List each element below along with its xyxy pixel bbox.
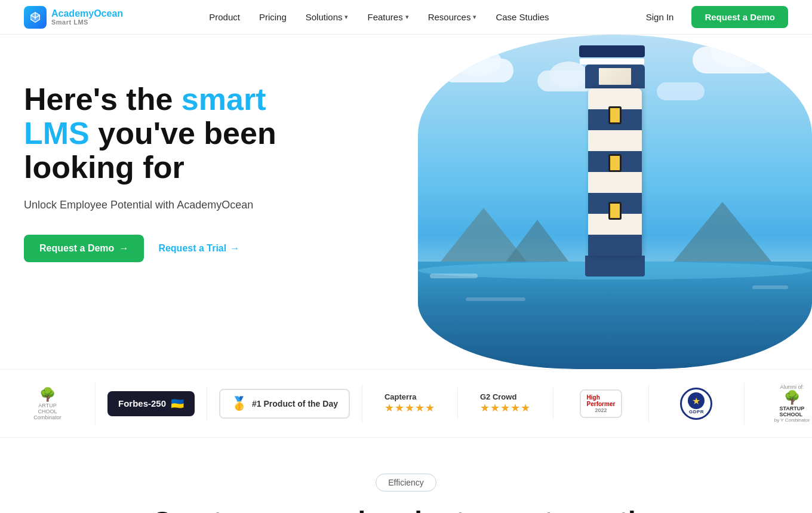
nav-pricing[interactable]: Pricing (251, 7, 295, 27)
g2crowd-label: G2 Crowd (480, 392, 516, 401)
startup-school-name: STARTUPSCHOOL (780, 406, 805, 417)
medal-icon: 🥇 (231, 396, 247, 411)
request-trial-link[interactable]: Request a Trial → (158, 243, 239, 254)
nav-product[interactable]: Product (201, 7, 248, 27)
hero-cta-group: Request a Demo → Request a Trial → (24, 235, 310, 262)
g2crowd-rating: G2 Crowd ★★★★★ (480, 392, 531, 414)
tree-icon: 🌳 (39, 387, 56, 403)
lighthouse-base (585, 256, 645, 277)
logo-text: AcademyOcean Smart LMS (51, 8, 123, 26)
forbes-label-left: Forbes-250 (118, 398, 166, 408)
navbar: AcademyOcean Smart LMS Product Pricing S… (0, 0, 812, 35)
lighthouse-window-2 (608, 154, 622, 172)
nav-case-studies[interactable]: Case Studies (487, 7, 557, 27)
cloud-3-puff (710, 35, 764, 67)
lighthouse-body (588, 88, 642, 256)
startup-school-by: by Y Combinator (774, 417, 810, 423)
lighthouse-window-1 (608, 106, 622, 124)
badge-gdpr: ★ GDPR (649, 383, 745, 425)
chevron-down-icon: ▾ (345, 13, 348, 21)
nav-features[interactable]: Features ▾ (359, 7, 417, 27)
eu-stars-icon: ★ (692, 395, 700, 407)
gdpr-label: GDPR (689, 409, 704, 414)
lighthouse (588, 45, 642, 277)
product-of-day-badge: 🥇 #1 Product of the Day (219, 389, 350, 419)
logo-svg (29, 11, 42, 24)
badge-startup-school-left: 🌳 ARTUPCHOOLCombinator (0, 382, 96, 425)
efficiency-title: Create courses in minutes, not months (24, 506, 788, 513)
request-demo-nav-button[interactable]: Request a Demo (691, 6, 788, 28)
badge-product-of-day: 🥇 #1 Product of the Day (207, 384, 362, 423)
hero-section: Here's the smart LMS you've been looking… (0, 35, 812, 369)
lighthouse-light-room (585, 64, 645, 88)
lighthouse-cap (579, 45, 645, 57)
lighthouse-light (597, 66, 633, 87)
badges-strip: 🌳 ARTUPCHOOLCombinator Forbes-250 🇺🇦 🥇 #… (0, 369, 812, 438)
startup-school-label-left: ARTUPCHOOLCombinator (33, 403, 61, 420)
tree-icon-right: 🌳 (784, 390, 800, 406)
lighthouse-window-3 (608, 202, 622, 220)
sign-in-button[interactable]: Sign In (635, 7, 685, 27)
request-demo-hero-button[interactable]: Request a Demo → (24, 235, 144, 262)
high-performer-year: 2022 (595, 407, 607, 413)
badge-startup-school-right: Alumni of: 🌳 STARTUPSCHOOL by Y Combinat… (745, 379, 812, 428)
hero-subtext: Unlock Employee Potential with AcademyOc… (24, 197, 310, 213)
efficiency-section: Efficiency Create courses in minutes, no… (0, 438, 812, 513)
hero-illustration (310, 70, 788, 369)
high-performer-label: HighPerformer (587, 394, 616, 407)
logo-name: AcademyOcean (51, 8, 123, 19)
lighthouse-scene (418, 35, 812, 369)
logo-tagline: Smart LMS (51, 19, 123, 26)
logo-icon (24, 6, 47, 29)
wave-1 (430, 274, 478, 278)
arrow-right-icon: → (119, 243, 128, 254)
capterra-stars: ★★★★★ (385, 401, 435, 414)
g2crowd-stars: ★★★★★ (480, 401, 531, 414)
gdpr-content: ★ GDPR (688, 392, 705, 414)
gdpr-circle: ★ (688, 392, 705, 409)
nav-solutions[interactable]: Solutions ▾ (297, 7, 357, 27)
efficiency-tag: Efficiency (376, 474, 436, 492)
mountain-right (669, 202, 776, 268)
ukraine-flag-icon: 🇺🇦 (171, 397, 184, 410)
capterra-label: Capterra (385, 392, 416, 401)
startup-school-logo-left: 🌳 ARTUPCHOOLCombinator (33, 387, 61, 420)
chevron-down-icon: ▾ (405, 13, 409, 21)
ocean (418, 262, 812, 369)
cloud-4 (657, 82, 705, 100)
mountain-mid (502, 220, 573, 268)
startup-school-alumni: Alumni of: (780, 384, 804, 390)
wave-3 (466, 297, 525, 301)
high-performer-badge: HighPerformer 2022 (580, 389, 623, 418)
cloud-1-puff (454, 47, 502, 76)
gdpr-badge: ★ GDPR (680, 388, 712, 420)
nav-resources[interactable]: Resources ▾ (420, 7, 485, 27)
nav-links: Product Pricing Solutions ▾ Features ▾ R… (201, 7, 557, 27)
badge-g2crowd: G2 Crowd ★★★★★ (458, 388, 553, 419)
forbes-badge-left: Forbes-250 🇺🇦 (107, 391, 195, 416)
hero-headline: Here's the smart LMS you've been looking… (24, 82, 310, 185)
capterra-rating: Capterra ★★★★★ (385, 392, 435, 414)
lighthouse-rail (580, 59, 644, 64)
chevron-down-icon: ▾ (473, 13, 476, 21)
cloud-2-puff (549, 62, 588, 88)
badge-high-performer: HighPerformer 2022 (553, 385, 649, 423)
arrow-right-icon: → (230, 243, 239, 254)
hero-content: Here's the smart LMS you've been looking… (24, 70, 310, 262)
sky-background (418, 35, 812, 369)
badge-forbes-left: Forbes-250 🇺🇦 (96, 386, 207, 421)
logo[interactable]: AcademyOcean Smart LMS (24, 6, 123, 29)
wave-2 (752, 285, 788, 289)
badge-capterra: Capterra ★★★★★ (362, 388, 458, 419)
startup-school-logo-right: Alumni of: 🌳 STARTUPSCHOOL by Y Combinat… (774, 384, 810, 423)
nav-actions: Sign In Request a Demo (635, 6, 788, 28)
product-of-day-label: #1 Product of the Day (252, 399, 338, 408)
